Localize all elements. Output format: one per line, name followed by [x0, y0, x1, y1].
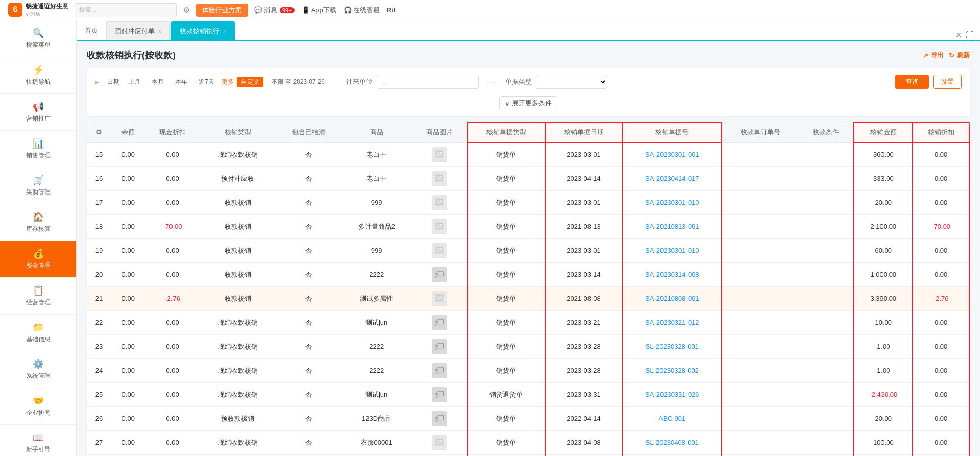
- date-btn-this-year[interactable]: 本年: [171, 77, 191, 87]
- row-product-img: 🏷: [412, 358, 468, 382]
- col-amount: 核销金额: [854, 122, 913, 142]
- collab-icon: 🤝: [33, 395, 44, 406]
- row-payment-cond: [798, 358, 854, 382]
- sidebar-item-inventory[interactable]: 🏠 库存核算: [0, 204, 76, 241]
- row-order-no: [722, 166, 798, 190]
- doc-no-link[interactable]: SA-20210813-001: [645, 223, 699, 230]
- tab-writeoff-close[interactable]: ×: [223, 28, 226, 35]
- settings-gear-icon[interactable]: ⚙: [183, 5, 190, 15]
- row-product-img: 🖼: [412, 238, 468, 262]
- sidebar-item-search[interactable]: 🔍 搜索菜单: [0, 20, 76, 57]
- sidebar-item-quicknav[interactable]: ⚡ 快捷导航: [0, 57, 76, 94]
- doc-no-link[interactable]: ABC-001: [658, 415, 685, 422]
- doc-no-link[interactable]: SL-20230408-001: [646, 439, 699, 446]
- date-btn-last-month[interactable]: 上月: [124, 77, 144, 87]
- sidebar-item-marketing[interactable]: 📢 营销推广: [0, 94, 76, 131]
- row-doc-no[interactable]: SA-20230314-008: [622, 262, 722, 286]
- sales-icon: 📊: [33, 138, 44, 149]
- sidebar-item-basicinfo[interactable]: 📁 基础信息: [0, 315, 76, 351]
- refresh-icon: ↻: [949, 52, 954, 59]
- tab-prepay[interactable]: 预付冲应付单 ×: [106, 21, 170, 40]
- logo-sub: 标准版: [26, 11, 68, 18]
- doc-no-link[interactable]: SA-20230331-026: [645, 391, 699, 398]
- tab-maximize-icon[interactable]: ⛶: [966, 31, 974, 40]
- doc-no-link[interactable]: SL-20230328-002: [646, 367, 699, 374]
- row-cash-discount: 0.00: [145, 166, 200, 190]
- row-doc-no[interactable]: SA-20210808-001: [622, 286, 722, 310]
- date-btn-7days[interactable]: 近7天: [194, 77, 218, 87]
- doc-no-link[interactable]: SL-20230328-001: [646, 343, 699, 350]
- row-product: 2222: [341, 358, 412, 382]
- row-writeoff-type: 现结收款核销: [200, 358, 276, 382]
- row-doc-no[interactable]: SL-20230328-001: [622, 334, 722, 358]
- source-unit-input[interactable]: [377, 75, 479, 89]
- row-doc-no[interactable]: SA-20230414-017: [622, 166, 722, 190]
- row-id: 26: [87, 406, 111, 430]
- tab-writeoff[interactable]: 收款核销执行 ×: [171, 21, 235, 40]
- user-name[interactable]: Rit: [387, 6, 396, 14]
- row-doc-no[interactable]: SL-20230408-001: [622, 430, 722, 454]
- tab-prepay-close[interactable]: ×: [158, 28, 161, 35]
- row-doc-no[interactable]: SL-20230328-002: [622, 358, 722, 382]
- sidebar-item-operations[interactable]: 📋 经营管理: [0, 278, 76, 315]
- solution-button[interactable]: 体验行业方案: [196, 4, 248, 17]
- date-btn-custom[interactable]: 自定义: [237, 77, 263, 87]
- online-service-link[interactable]: 🎧 在线客服: [344, 6, 380, 15]
- row-doc-no[interactable]: SA-20230321-012: [622, 310, 722, 334]
- sidebar-item-guide[interactable]: 📖 新手引导: [0, 425, 76, 456]
- tab-close-all-icon[interactable]: ✕: [955, 30, 962, 40]
- query-button[interactable]: 查询: [895, 75, 929, 89]
- col-product: 商品: [341, 122, 412, 142]
- row-doc-no[interactable]: ABC-001: [622, 406, 722, 430]
- row-order-no: [722, 382, 798, 406]
- row-order-no: [722, 142, 798, 166]
- doc-no-link[interactable]: SA-20230301-010: [645, 247, 699, 254]
- row-id: 19: [87, 238, 111, 262]
- sidebar-item-sales[interactable]: 📊 销售管理: [0, 131, 76, 167]
- search-placeholder-text: 搜索...: [79, 6, 96, 14]
- row-payment-cond: [798, 214, 854, 238]
- product-image: 🖼: [432, 219, 447, 234]
- doc-no-link[interactable]: SA-20230314-008: [645, 271, 699, 278]
- row-doc-no[interactable]: SA-20230301-010: [622, 238, 722, 262]
- col-discount: 核销折扣: [913, 122, 969, 142]
- sidebar-item-system[interactable]: ⚙️ 系统管理: [0, 351, 76, 388]
- tab-home[interactable]: 首页: [77, 21, 106, 40]
- doc-no-link[interactable]: SA-20210808-001: [645, 295, 699, 302]
- row-doc-type: 销货单: [468, 286, 545, 310]
- row-doc-no[interactable]: SA-20230301-010: [622, 190, 722, 214]
- sidebar-item-finance[interactable]: 💰 资金管理: [0, 241, 76, 278]
- sidebar-item-collab[interactable]: 🤝 企业协同: [0, 388, 76, 425]
- row-doc-date: 2023-03-28: [545, 358, 623, 382]
- app-download-link[interactable]: 📱 App下载: [302, 6, 336, 15]
- row-doc-no[interactable]: SA-20210813-001: [622, 214, 722, 238]
- row-product-img: 🖼: [412, 214, 468, 238]
- date-btn-more[interactable]: 更多: [222, 78, 234, 86]
- row-writeoff-type: 现结收款核销: [200, 334, 276, 358]
- row-included: 否: [276, 334, 341, 358]
- message-icon-group[interactable]: 💬 消息 99+: [254, 6, 295, 15]
- data-table-wrapper: ⚙ 余额 现金折扣 核销类型 包含已结清 商品 商品图片 核销单据类型 核销单据…: [87, 122, 970, 456]
- refresh-button[interactable]: ↻ 刷新: [949, 51, 970, 60]
- col-settings[interactable]: ⚙: [87, 122, 111, 142]
- doc-no-link[interactable]: SA-20230414-017: [645, 175, 699, 182]
- row-amount: 20.00: [854, 190, 913, 214]
- row-doc-no[interactable]: SA-20230301-001: [622, 142, 722, 166]
- date-btn-this-month[interactable]: 本月: [148, 77, 168, 87]
- col-product-img: 商品图片: [412, 122, 468, 142]
- quicknav-icon: ⚡: [33, 64, 44, 76]
- row-amount: 360.00: [854, 142, 913, 166]
- export-button[interactable]: ↗ 导出: [923, 51, 944, 60]
- expand-more-button[interactable]: ∨ 展开更多条件: [499, 96, 557, 110]
- doc-no-link[interactable]: SA-20230321-012: [645, 319, 699, 326]
- sidebar-item-purchase[interactable]: 🛒 采购管理: [0, 167, 76, 204]
- row-order-no: [722, 310, 798, 334]
- sidebar-label-basicinfo: 基础信息: [26, 335, 51, 344]
- row-included: 否: [276, 430, 341, 454]
- doc-no-link[interactable]: SA-20230301-001: [645, 151, 699, 158]
- doc-no-link[interactable]: SA-20230301-010: [645, 199, 699, 206]
- settings-button[interactable]: 设置: [933, 75, 962, 89]
- doc-type-select[interactable]: [536, 75, 607, 89]
- row-doc-no[interactable]: SA-20230331-026: [622, 382, 722, 406]
- filter-expand-btn[interactable]: »: [95, 78, 99, 86]
